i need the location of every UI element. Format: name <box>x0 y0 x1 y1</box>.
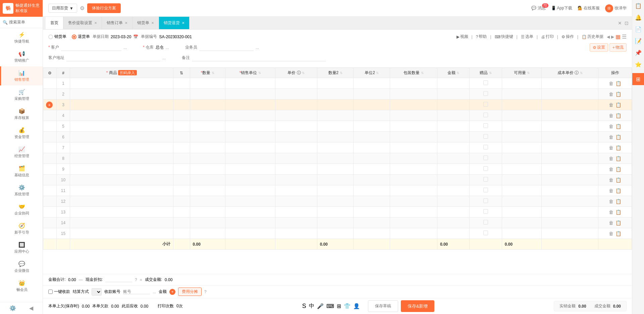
row-unit2[interactable] <box>354 121 390 132</box>
select-btn[interactable]: ☰选单 <box>519 33 535 41</box>
row-qty2[interactable] <box>317 164 354 175</box>
sidebar-item-basic[interactable]: 🗂️ 基础信息 <box>0 162 43 181</box>
right-btn-4[interactable]: 📝 <box>635 38 642 44</box>
copy-icon[interactable]: 📋 <box>615 209 621 215</box>
delete-icon[interactable]: 🗑 <box>609 124 613 129</box>
delete-icon[interactable]: 🗑 <box>609 134 613 140</box>
sidebar-item-purchase[interactable]: 🛒 采购管理 <box>0 85 43 105</box>
copy-icon[interactable]: 📋 <box>615 113 621 118</box>
row-qty2[interactable] <box>317 228 354 239</box>
delete-icon[interactable]: 🗑 <box>609 81 613 86</box>
sidebar-item-wechat[interactable]: 💬 企业微信 <box>0 257 43 276</box>
row-qty2[interactable] <box>317 153 354 164</box>
row-unit-price[interactable] <box>275 175 317 185</box>
row-unit2[interactable] <box>354 89 390 100</box>
delete-icon[interactable]: 🗑 <box>609 91 613 97</box>
row-qty2[interactable] <box>317 185 354 196</box>
row-sales-unit[interactable] <box>225 78 275 89</box>
gift-checkbox[interactable] <box>483 220 488 225</box>
operation-btn[interactable]: ⚙操作 <box>559 33 576 41</box>
row-quantity[interactable] <box>190 132 225 142</box>
gift-checkbox[interactable] <box>483 91 488 96</box>
gift-checkbox[interactable] <box>483 80 488 85</box>
sidebar-item-finance[interactable]: 💰 资金管理 <box>0 124 43 143</box>
row-unit2[interactable] <box>354 78 390 89</box>
row-quantity[interactable] <box>190 228 225 239</box>
row-pack-qty[interactable] <box>390 132 437 142</box>
right-btn-7[interactable]: ⊞ <box>632 73 644 85</box>
sidebar-item-inventory[interactable]: 📦 库存核算 <box>0 105 43 124</box>
account-select-icon[interactable]: ... <box>153 290 156 294</box>
row-sales-unit[interactable] <box>225 132 275 142</box>
row-amount[interactable] <box>437 207 469 217</box>
message-button[interactable]: 💬 消息 70 <box>531 5 545 11</box>
row-product[interactable] <box>70 142 173 153</box>
row-amount[interactable] <box>437 78 469 89</box>
add-row-button[interactable]: + <box>46 102 53 108</box>
print-btn[interactable]: 🖨打印 <box>539 33 556 41</box>
radio-return[interactable]: 退货单 <box>72 34 90 40</box>
row-gift[interactable] <box>470 100 502 110</box>
logistics-button[interactable]: + 物流 <box>609 43 627 52</box>
row-quantity[interactable] <box>190 78 225 89</box>
row-amount[interactable] <box>437 185 469 196</box>
row-product[interactable] <box>70 196 173 207</box>
sidebar-item-guide[interactable]: 🧭 新手引导 <box>0 219 43 238</box>
row-amount[interactable] <box>437 110 469 121</box>
row-pack-qty[interactable] <box>390 153 437 164</box>
gift-checkbox[interactable] <box>483 134 488 139</box>
row-gift[interactable] <box>470 185 502 196</box>
row-pack-qty[interactable] <box>390 217 437 228</box>
copy-icon[interactable]: 📋 <box>615 199 621 204</box>
account-input[interactable] <box>123 289 150 294</box>
help-btn[interactable]: ?帮助 <box>474 33 489 41</box>
row-amount[interactable] <box>437 121 469 132</box>
row-amount[interactable] <box>437 217 469 228</box>
row-qty2[interactable] <box>317 142 354 153</box>
row-product[interactable] <box>70 217 173 228</box>
save-draft-button[interactable]: 保存草稿 <box>368 300 398 312</box>
gift-checkbox[interactable] <box>483 155 488 160</box>
grid-bottom-icon[interactable]: ⊞ <box>337 303 341 309</box>
row-gift[interactable] <box>470 142 502 153</box>
row-unit2[interactable] <box>354 207 390 217</box>
row-unit2[interactable] <box>354 217 390 228</box>
row-qty2[interactable] <box>317 110 354 121</box>
row-product[interactable] <box>70 121 173 132</box>
nav-next-icon[interactable]: ▶ <box>611 35 614 39</box>
gift-checkbox[interactable] <box>483 166 488 171</box>
copy-icon[interactable]: 📋 <box>615 145 621 150</box>
row-sales-unit[interactable] <box>225 153 275 164</box>
scan-button[interactable]: 扫码录入 <box>118 70 137 75</box>
row-quantity[interactable] <box>190 153 225 164</box>
fee-question-icon[interactable]: ? <box>204 290 207 294</box>
row-unit-price[interactable] <box>275 142 317 153</box>
delete-icon[interactable]: 🗑 <box>609 188 613 193</box>
row-unit-price[interactable] <box>275 110 317 121</box>
delete-icon[interactable]: 🗑 <box>609 231 613 236</box>
row-product[interactable] <box>70 185 173 196</box>
gift-checkbox[interactable] <box>483 231 488 235</box>
sidebar-item-enterprise[interactable]: 🤝 企业协同 <box>0 200 43 219</box>
copy-icon[interactable]: 📋 <box>615 134 621 140</box>
salesperson-select-icon[interactable]: ... <box>256 45 259 50</box>
row-sales-unit[interactable] <box>225 121 275 132</box>
row-amount[interactable] <box>437 153 469 164</box>
row-qty2[interactable] <box>317 78 354 89</box>
sidebar-item-shortcut[interactable]: ⚡ 快捷导航 <box>0 28 43 47</box>
row-pack-qty[interactable] <box>390 121 437 132</box>
keyboard-bottom-icon[interactable]: ⌨ <box>326 303 334 309</box>
sidebar-item-sales[interactable]: 📊 销售管理 <box>0 66 43 85</box>
video-btn[interactable]: ▶视频 <box>454 33 470 41</box>
row-product[interactable] <box>70 78 173 89</box>
row-pack-qty[interactable] <box>390 164 437 175</box>
list-view-icon[interactable]: ☰ <box>622 34 627 40</box>
row-unit-price[interactable] <box>275 164 317 175</box>
row-qty2[interactable] <box>317 196 354 207</box>
tab-price-settings[interactable]: 售价提取设置 ✕ <box>63 17 102 29</box>
row-product[interactable] <box>70 100 173 110</box>
sidebar-item-marketing[interactable]: 📢 营销推广 <box>0 47 43 66</box>
copy-icon[interactable]: 📋 <box>615 231 621 236</box>
row-qty2[interactable] <box>317 217 354 228</box>
row-unit2[interactable] <box>354 132 390 142</box>
